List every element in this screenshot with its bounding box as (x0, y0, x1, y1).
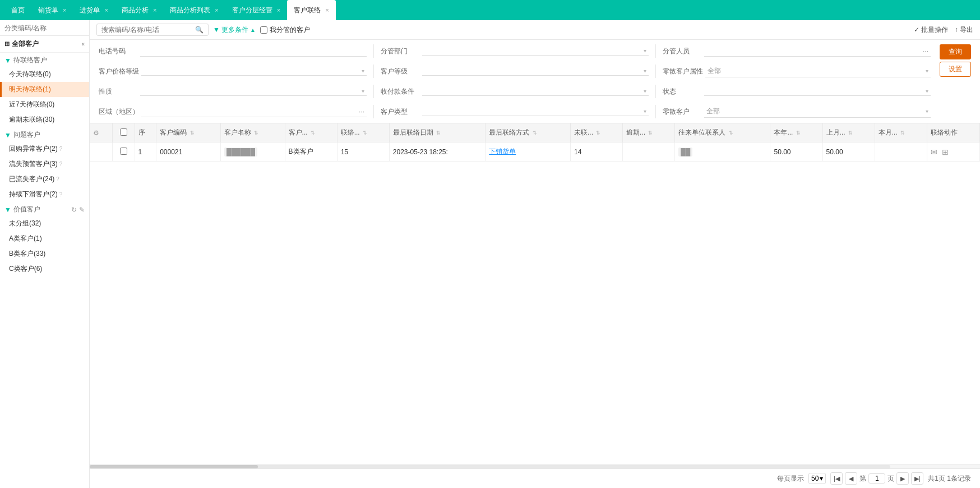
nav-product-analysis-list-label: 商品分析列表 (170, 0, 210, 20)
col-this-month[interactable]: 本月... ⇅ (875, 123, 927, 142)
sidebar-item-7days-pending[interactable]: 近7天待联络(0) (0, 97, 89, 112)
settings-col-icon[interactable]: ⚙ (93, 129, 99, 137)
col-last-contact-date[interactable]: 最后联络日期 ⇅ (389, 123, 485, 142)
nav-customer-contact-close[interactable]: × (325, 7, 329, 13)
row-checkbox[interactable] (120, 148, 127, 155)
sort-icon-unit: ⇅ (729, 130, 733, 136)
table-wrapper: ⚙ 序 客户编码 ⇅ 客户名称 ⇅ 客户... ⇅ 联络... ⇅ 最后联络日期… (90, 123, 980, 464)
row-checkbox-cell[interactable] (112, 142, 135, 162)
next-page-button[interactable]: ▶ (896, 472, 909, 485)
my-customers-checkbox[interactable] (260, 26, 267, 34)
nav-home[interactable]: 首页 (4, 0, 31, 20)
nav-product-analysis[interactable]: 商品分析 × (115, 0, 163, 20)
filter-region-select[interactable]: ··· (141, 107, 367, 117)
export-button[interactable]: ↑ 导出 (955, 25, 973, 35)
action-edit-icon[interactable]: ✉ (931, 148, 937, 156)
col-uncontacted[interactable]: 未联... ⇅ (570, 123, 622, 142)
sidebar-item-overdue-pending[interactable]: 逾期未联络(30) (0, 112, 89, 127)
prev-page-button[interactable]: ◀ (845, 472, 857, 485)
sidebar-item-churned[interactable]: 已流失客户(24) ? (0, 172, 89, 187)
sidebar-item-class-b[interactable]: B类客户(33) (0, 246, 89, 261)
sidebar-item-churn-warning[interactable]: 流失预警客户(3) ? (0, 156, 89, 172)
nav-customer-tier-close[interactable]: × (277, 7, 280, 13)
row-name-masked: ██████ (224, 148, 257, 156)
search-box[interactable]: 🔍 (96, 24, 209, 36)
sidebar-group-pending: ▼ 待联络客户 (0, 53, 89, 67)
nav-customer-tier[interactable]: 客户分层经营 × (225, 0, 287, 20)
col-last-contact-method[interactable]: 最后联络方式 ⇅ (486, 123, 571, 142)
horizontal-scrollbar[interactable] (90, 464, 980, 468)
edit-icon[interactable]: ✎ (79, 206, 85, 214)
col-name[interactable]: 客户名称 ⇅ (220, 123, 285, 142)
nav-customer-contact[interactable]: 客户联络 × (287, 0, 335, 20)
help-icon2: ? (59, 161, 63, 167)
chevron-down-icon4: ▾ (926, 68, 928, 74)
nav-purchase-order[interactable]: 进货单 × (73, 0, 114, 20)
filter-retail-customer: 零散客户 全部 ▾ (663, 105, 931, 118)
filter-nature-select[interactable]: ▾ (140, 87, 367, 96)
my-customers-checkbox-group[interactable]: 我分管的客户 (260, 25, 310, 35)
sidebar-item-repurchase-abnormal[interactable]: 回购异常客户(2) ? (0, 141, 89, 156)
sidebar-search-box[interactable]: 🔍 (0, 20, 89, 36)
sidebar-item-class-c[interactable]: C类客户(6) (0, 261, 89, 277)
sidebar-item-continuous-decline[interactable]: 持续下滑客户(2) ? (0, 187, 89, 202)
page-input[interactable] (868, 473, 885, 484)
sidebar-item-tomorrow-pending[interactable]: 明天待联络(1) (0, 82, 89, 97)
nav-purchase-order-close[interactable]: × (104, 7, 108, 13)
more-filter-button[interactable]: ▼ 更多条件 ▲ (213, 25, 256, 35)
nav-sales-order[interactable]: 销货单 × (31, 0, 73, 20)
col-last-month[interactable]: 上月... ⇅ (822, 123, 875, 142)
filter-customer-level-select[interactable]: ▾ (422, 67, 649, 76)
col-overdue[interactable]: 逾期... ⇅ (623, 123, 675, 142)
filter-dept-select[interactable]: ▾ (422, 47, 649, 56)
col-unit-contact[interactable]: 往来单位联系人 ⇅ (675, 123, 770, 142)
nav-product-analysis-list-close[interactable]: × (215, 7, 218, 13)
filter-phone-input[interactable] (140, 46, 367, 57)
triangle-down-icon: ▼ (4, 57, 11, 65)
sort-icon-name: ⇅ (254, 130, 258, 136)
col-settings[interactable]: ⚙ (90, 123, 112, 142)
filter-customer-type-select[interactable]: ▾ (422, 107, 649, 116)
page-size-select[interactable]: 50 ▾ (808, 473, 826, 484)
col-type[interactable]: 客户... ⇅ (285, 123, 337, 142)
filter-person-select[interactable]: ··· (704, 46, 931, 57)
last-method-link[interactable]: 下销货单 (489, 148, 516, 155)
sort-icon-code: ⇅ (190, 130, 195, 136)
scrollbar-thumb[interactable] (90, 465, 258, 468)
last-page-button[interactable]: ▶| (911, 472, 923, 485)
sidebar-item-ungrouped[interactable]: 未分组(32) (0, 216, 89, 231)
sidebar-all-customers[interactable]: ⊞ 全部客户 « (0, 36, 89, 53)
select-all-checkbox[interactable] (120, 128, 127, 136)
filter-status-select[interactable]: ▾ (704, 87, 931, 96)
sort-icon-date: ⇅ (436, 130, 441, 136)
filter-retail-customer-select[interactable]: 全部 ▾ (704, 105, 931, 118)
row-last-method-cell[interactable]: 下销货单 (486, 142, 571, 162)
filter-price-level-select[interactable]: ▾ (141, 67, 367, 76)
toolbar-right: ✓ 批量操作 ↑ 导出 (914, 25, 973, 35)
col-this-year[interactable]: 本年... ⇅ (770, 123, 822, 142)
filter-settings-button[interactable]: 设置 (940, 62, 971, 77)
filter-person-label: 分管人员 (663, 47, 702, 56)
refresh-icon[interactable]: ↻ (71, 206, 77, 214)
nav-sales-order-close[interactable]: × (63, 7, 66, 13)
batch-operation-button[interactable]: ✓ 批量操作 (914, 25, 948, 35)
col-code[interactable]: 客户编码 ⇅ (156, 123, 221, 142)
filter-payment-select[interactable]: ▾ (422, 87, 649, 96)
filter-retail-attr-select[interactable]: 全部 ▾ (705, 65, 931, 77)
sidebar-item-class-a[interactable]: A类客户(1) (0, 231, 89, 246)
more-dots-icon2[interactable]: ··· (359, 108, 364, 116)
col-contact[interactable]: 联络... ⇅ (337, 123, 389, 142)
nav-product-analysis-label: 商品分析 (122, 0, 149, 20)
search-input[interactable] (101, 26, 193, 34)
filter-phone-label: 电话号码 (99, 47, 138, 56)
sidebar-search-input[interactable] (4, 24, 89, 32)
query-button[interactable]: 查询 (940, 44, 971, 59)
nav-product-analysis-close[interactable]: × (153, 7, 156, 13)
action-more-icon[interactable]: ⊞ (942, 148, 949, 156)
sidebar-item-today-pending[interactable]: 今天待联络(0) (0, 67, 89, 82)
more-dots-icon[interactable]: ··· (923, 47, 928, 55)
first-page-button[interactable]: |◀ (830, 472, 843, 485)
chevron-down-icon2: ▾ (362, 68, 364, 74)
search-icon[interactable]: 🔍 (195, 26, 204, 34)
nav-product-analysis-list[interactable]: 商品分析列表 × (163, 0, 225, 20)
